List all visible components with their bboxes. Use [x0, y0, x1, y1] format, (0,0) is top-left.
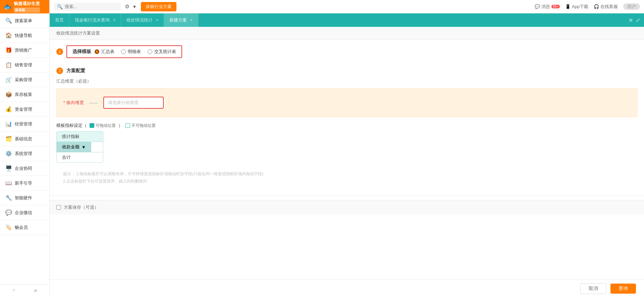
- radio-input-detail[interactable]: [121, 49, 126, 54]
- download-icon: 📱: [565, 4, 571, 9]
- app-download-btn[interactable]: 📱 App下载: [565, 4, 588, 10]
- hints-section: 提示： 1.拖动标题栏可以调整布局，不可跨维度或指标区域拖动栏目字段(只能在同一…: [56, 168, 637, 190]
- tab-首页[interactable]: 首页: [50, 13, 69, 27]
- sidebar-item-经营管理[interactable]: 📊经营管理: [0, 117, 49, 132]
- service-icon: 🎧: [594, 4, 599, 9]
- sidebar-icon: 🖥️: [5, 165, 12, 171]
- sidebar-item-企业协同[interactable]: 🖥️企业协同: [0, 161, 49, 176]
- tab-收款情况统计[interactable]: 收款情况统计×: [121, 13, 164, 27]
- download-label: App下载: [572, 4, 588, 10]
- message-btn[interactable]: 💬 消息 99+: [535, 4, 560, 10]
- toggle-unchecked-icon: [125, 123, 130, 128]
- radio-option-cross[interactable]: 交叉统计表: [148, 49, 176, 55]
- toggle-draggable: 可拖动位置: [90, 123, 116, 129]
- sidebar-item-label: 采购管理: [15, 77, 32, 83]
- tab-close-icon[interactable]: ×: [156, 18, 158, 22]
- sidebar-bottom: ? ⚙: [0, 284, 49, 297]
- dimension-select[interactable]: 请选择分组维度: [103, 97, 164, 109]
- toggle-draggable-label: 可拖动位置: [96, 123, 116, 129]
- header-right: 💬 消息 99+ 📱 App下载 🎧 在线客服 用户: [535, 4, 640, 10]
- sidebar-item-新手引导[interactable]: 📖新手引导: [0, 176, 49, 191]
- tab-label: 新建方案: [169, 17, 187, 23]
- tab-现金银行流水查询[interactable]: 现金银行流水查询×: [69, 13, 121, 27]
- sidebar-item-label: 畅会员: [15, 225, 28, 231]
- query-button[interactable]: 查询: [610, 284, 636, 294]
- sidebar-item-销售管理[interactable]: 📋销售管理: [0, 58, 49, 72]
- header: 🔍 ⚙ ▼ 体验行业方案 💬 消息 99+ 📱 App下载 🎧 在线客服 用户: [50, 0, 644, 13]
- metrics-table-header: 统计指标: [57, 132, 103, 142]
- sidebar-item-label: 基础信息: [15, 136, 32, 142]
- step2-section: 2 方案配置 汇总维度（必选） * 纵向维度 —— 请选择分组维度 模板指标设定…: [50, 67, 644, 196]
- tab-close-icon[interactable]: ×: [190, 18, 193, 22]
- step1-section: 1 选择模板 汇总表明细表交叉统计表: [50, 40, 644, 67]
- sidebar-item-基础信息[interactable]: 🗂️基础信息: [0, 132, 49, 146]
- step2-header: 2 方案配置: [56, 67, 637, 74]
- sidebar-item-label: 企业协同: [15, 165, 32, 171]
- message-label: 消息: [541, 4, 550, 10]
- search-input[interactable]: [65, 4, 115, 9]
- sidebar-item-label: 销售管理: [15, 62, 32, 68]
- metrics-header-label: 统计指标: [62, 134, 79, 140]
- sidebar-icon: 🏷️: [5, 224, 12, 231]
- sidebar-icon: 🗂️: [5, 136, 12, 142]
- template-selector-box: 选择模板 汇总表明细表交叉统计表: [66, 45, 182, 58]
- user-avatar[interactable]: 用户: [623, 4, 640, 10]
- sidebar-item-营销推广[interactable]: 🎁营销推广: [0, 43, 49, 58]
- dropdown-arrow-icon[interactable]: ▼: [132, 4, 137, 9]
- sidebar-item-库存核算[interactable]: 📦库存核算: [0, 87, 49, 102]
- sidebar-item-资金管理[interactable]: 💰资金管理: [0, 102, 49, 117]
- maximize-icon[interactable]: ⤢: [636, 17, 640, 23]
- save-checkbox[interactable]: [56, 205, 61, 210]
- step1-label: 选择模板: [72, 49, 91, 55]
- trial-button[interactable]: 体验行业方案: [141, 2, 176, 11]
- radio-option-detail[interactable]: 明细表: [121, 49, 141, 55]
- metrics-label-row: 模板指标设定（ 可拖动位置 ） 不可拖动位置: [56, 122, 637, 129]
- arrow-icon: ——: [89, 100, 98, 105]
- dimension-placeholder: 请选择分组维度: [108, 100, 139, 106]
- sidebar-item-label: 企业微信: [15, 210, 32, 216]
- tab-label: 首页: [55, 17, 64, 23]
- tabbar: 首页现金银行流水查询×收款情况统计×新建方案× ✕ ⤢: [50, 13, 644, 27]
- sidebar-icon: ⚙️: [5, 150, 12, 157]
- tab-label: 现金银行流水查询: [75, 17, 110, 23]
- sidebar-item-企业微信[interactable]: 💬企业微信: [0, 205, 49, 220]
- footer: 取消 查询: [50, 280, 644, 297]
- sidebar-item-label: 搜索菜单: [15, 18, 32, 24]
- sidebar-item-采购管理[interactable]: 🛒采购管理: [0, 72, 49, 87]
- cancel-button[interactable]: 取消: [580, 283, 606, 294]
- tab-新建方案[interactable]: 新建方案×: [164, 13, 198, 27]
- sidebar-item-label: 营销推广: [15, 47, 32, 53]
- sidebar-item-快捷导航[interactable]: 🏠快捷导航: [0, 28, 49, 43]
- sidebar-item-label: 新手引导: [15, 180, 32, 186]
- sidebar-help[interactable]: ?: [4, 289, 23, 293]
- sidebar-item-系统管理[interactable]: ⚙️系统管理: [0, 146, 49, 161]
- toggle-not-draggable-label: 不可拖动位置: [131, 123, 156, 129]
- metrics-col-header[interactable]: 收款金额 ▼: [57, 142, 91, 152]
- dimension-section-title: 汇总维度（必选）: [56, 78, 637, 84]
- logo-text: 畅捷通好生意: [14, 1, 40, 7]
- logo-tag: 标准版: [14, 7, 40, 13]
- sidebar-item-畅会员[interactable]: 🏷️畅会员: [0, 220, 49, 235]
- sidebar-settings[interactable]: ⚙: [26, 289, 46, 293]
- metrics-total-cell: 合计: [57, 152, 103, 162]
- save-section: 方案保存（可选）: [50, 200, 644, 214]
- sidebar-item-智能硬件[interactable]: 🔧智能硬件: [0, 191, 49, 205]
- sidebar: 🐟 畅捷通好生意 标准版 🔍搜索菜单🏠快捷导航🎁营销推广📋销售管理🛒采购管理📦库…: [0, 0, 50, 297]
- sidebar-item-搜索菜单[interactable]: 🔍搜索菜单: [0, 13, 49, 28]
- metrics-table: 统计指标 收款金额 ▼ 合计: [56, 131, 103, 163]
- service-btn[interactable]: 🎧 在线客服: [594, 4, 618, 10]
- close-window-icon[interactable]: ✕: [629, 17, 633, 23]
- step2-number: 2: [56, 67, 63, 74]
- gear-icon[interactable]: ⚙: [125, 3, 129, 10]
- radio-option-summary[interactable]: 汇总表: [95, 49, 114, 55]
- sidebar-item-label: 资金管理: [15, 106, 32, 112]
- tab-close-icon[interactable]: ×: [113, 18, 115, 22]
- dropdown-icon: ▼: [82, 145, 86, 150]
- step2-label: 方案配置: [66, 68, 85, 74]
- radio-input-cross[interactable]: [148, 49, 152, 54]
- sidebar-icon: 🔧: [5, 195, 12, 201]
- sidebar-icon: 📋: [5, 62, 12, 68]
- radio-input-summary[interactable]: [95, 49, 99, 54]
- toggle-checked-icon: [90, 123, 94, 128]
- radio-label-summary: 汇总表: [101, 49, 114, 55]
